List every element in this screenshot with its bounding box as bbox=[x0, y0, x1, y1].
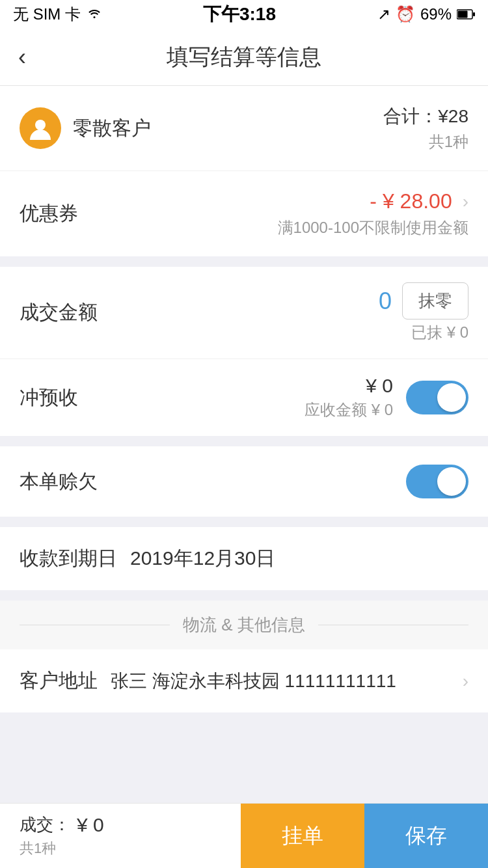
nav-bar: ‹ 填写结算等信息 bbox=[0, 29, 488, 86]
battery-label: 69% bbox=[420, 5, 452, 23]
coupon-description: 满1000-100不限制使用金额 bbox=[278, 217, 468, 238]
avatar bbox=[20, 107, 61, 149]
coupon-discount: - ¥ 28.00 bbox=[370, 189, 452, 213]
customer-name: 零散客户 bbox=[73, 115, 151, 142]
status-left: 无 SIM 卡 bbox=[13, 4, 102, 25]
address-label: 客户地址 bbox=[20, 668, 98, 694]
due-date-value: 2019年12月30日 bbox=[130, 545, 275, 572]
transaction-section: 成交金额 0 抹零 已抹 ¥ 0 冲预收 ¥ 0 应收金额 ¥ 0 bbox=[0, 267, 488, 436]
debt-section: 本单赊欠 bbox=[0, 446, 488, 517]
location-icon: ↗ bbox=[377, 5, 390, 23]
receivable-amount: 应收金额 ¥ 0 bbox=[305, 400, 393, 420]
battery-icon bbox=[457, 5, 475, 23]
customer-left: 零散客户 bbox=[20, 107, 151, 149]
bottom-deal: 成交： ¥ 0 bbox=[20, 813, 221, 836]
bottom-info: 成交： ¥ 0 共1种 bbox=[0, 804, 241, 868]
address-value: 张三 海淀永丰科技园 11111111111 bbox=[111, 669, 450, 694]
amount-row: 成交金额 0 抹零 已抹 ¥ 0 bbox=[0, 267, 488, 359]
prepaid-label: 冲预收 bbox=[20, 385, 78, 411]
due-date-label: 收款到期日 bbox=[20, 545, 117, 572]
save-button[interactable]: 保存 bbox=[364, 804, 488, 868]
svg-rect-2 bbox=[457, 11, 467, 18]
round-button[interactable]: 抹零 bbox=[402, 282, 468, 319]
due-date-row: 收款到期日 2019年12月30日 bbox=[0, 527, 488, 590]
prepaid-toggle[interactable] bbox=[406, 381, 468, 414]
status-time: 下午3:18 bbox=[203, 2, 276, 27]
logistics-label: 物流 & 其他信息 bbox=[183, 614, 305, 636]
customer-summary: 合计：¥28 共1种 bbox=[383, 104, 468, 152]
chevron-right-icon: › bbox=[463, 191, 468, 212]
total-count: 共1种 bbox=[383, 131, 468, 152]
address-row[interactable]: 客户地址 张三 海淀永丰科技园 11111111111 › bbox=[0, 649, 488, 712]
amount-label: 成交金额 bbox=[20, 299, 98, 326]
coupon-label: 优惠券 bbox=[20, 200, 78, 227]
hang-button[interactable]: 挂单 bbox=[241, 804, 364, 868]
prepaid-value: ¥ 0 bbox=[305, 375, 393, 397]
status-bar: 无 SIM 卡 下午3:18 ↗ ⏰ 69% bbox=[0, 0, 488, 29]
svg-rect-1 bbox=[473, 12, 475, 16]
divider-line-right bbox=[318, 625, 468, 625]
customer-section: 零散客户 合计：¥28 共1种 优惠券 - ¥ 28.00 › 满1000-10… bbox=[0, 86, 488, 256]
debt-toggle[interactable] bbox=[406, 465, 468, 498]
customer-row: 零散客户 合计：¥28 共1种 bbox=[0, 86, 488, 170]
address-chevron-icon: › bbox=[463, 671, 468, 692]
already-rounded: 已抹 ¥ 0 bbox=[411, 322, 468, 343]
back-button[interactable]: ‹ bbox=[18, 44, 26, 71]
svg-point-3 bbox=[35, 120, 46, 130]
bottom-count: 共1种 bbox=[20, 839, 221, 858]
total-amount: 合计：¥28 bbox=[383, 104, 468, 129]
deal-amount: ¥ 0 bbox=[77, 814, 104, 836]
divider-line-left bbox=[20, 625, 170, 625]
status-right: ↗ ⏰ 69% bbox=[377, 5, 475, 23]
alarm-icon: ⏰ bbox=[396, 5, 415, 23]
debt-label: 本单赊欠 bbox=[20, 468, 98, 495]
page-title: 填写结算等信息 bbox=[167, 42, 321, 72]
coupon-right: - ¥ 28.00 › 满1000-100不限制使用金额 bbox=[278, 189, 468, 238]
main-content: 零散客户 合计：¥28 共1种 优惠券 - ¥ 28.00 › 满1000-10… bbox=[0, 86, 488, 868]
prepaid-row: 冲预收 ¥ 0 应收金额 ¥ 0 bbox=[0, 359, 488, 436]
wifi-icon bbox=[87, 6, 102, 23]
amount-value[interactable]: 0 bbox=[353, 288, 392, 315]
no-sim-label: 无 SIM 卡 bbox=[13, 4, 81, 25]
coupon-row[interactable]: 优惠券 - ¥ 28.00 › 满1000-100不限制使用金额 bbox=[0, 170, 488, 256]
prepaid-amounts: ¥ 0 应收金额 ¥ 0 bbox=[305, 375, 393, 420]
logistics-header: 物流 & 其他信息 bbox=[0, 601, 488, 649]
deal-label: 成交： bbox=[20, 813, 70, 836]
bottom-bar: 成交： ¥ 0 共1种 挂单 保存 bbox=[0, 803, 488, 868]
